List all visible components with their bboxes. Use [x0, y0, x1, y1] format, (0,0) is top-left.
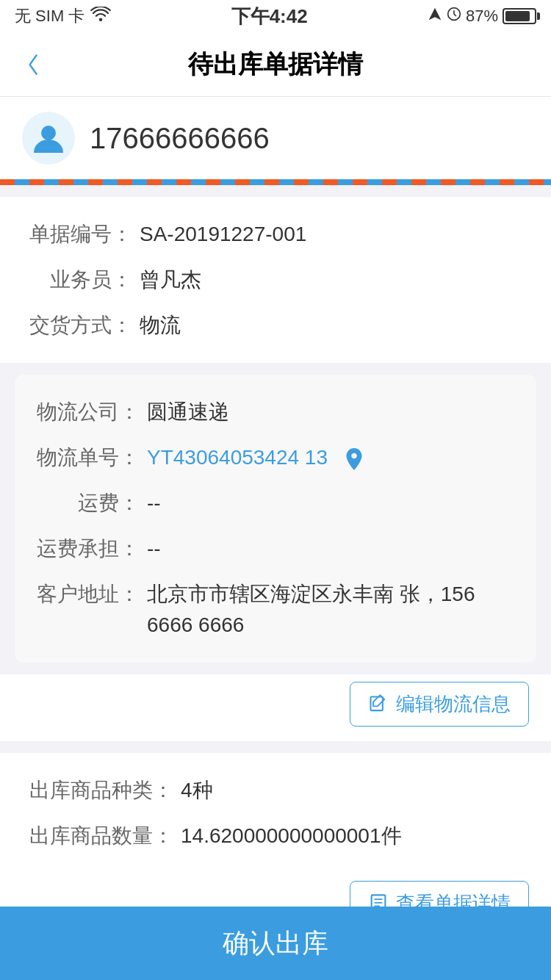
freight-bearer-label: 运费承担： [37, 533, 140, 564]
customer-header: 17666666666 [0, 97, 551, 179]
goods-quantity-label: 出库商品数量： [29, 821, 173, 851]
salesperson-label: 业务员： [29, 264, 132, 295]
carrier-text: 无 SIM 卡 [15, 5, 84, 27]
goods-section: 出库商品种类： 4种 出库商品数量： 14.620000000000001件 [0, 753, 551, 873]
freight-row: 运费： -- [37, 488, 514, 519]
logistics-card: 物流公司： 圆通速递 物流单号： YT43064053424 13 运费： --… [15, 375, 536, 663]
goods-types-label: 出库商品种类： [29, 775, 173, 806]
delivery-method-value: 物流 [140, 310, 522, 341]
clock-icon [447, 7, 461, 26]
order-no-value: SA-20191227-001 [140, 219, 522, 250]
edit-logistics-label: 编辑物流信息 [396, 691, 511, 717]
freight-label: 运费： [37, 488, 140, 519]
goods-quantity-row: 出库商品数量： 14.620000000000001件 [29, 821, 522, 851]
confirm-button[interactable]: 确认出库 [0, 907, 551, 980]
order-info-section: 单据编号： SA-20191227-001 业务员： 曾凡杰 交货方式： 物流 [0, 197, 551, 363]
status-bar: 无 SIM 卡 下午4:42 [0, 0, 551, 32]
customer-phone: 17666666666 [90, 122, 270, 155]
page-title: 待出库单据详情 [188, 48, 363, 82]
salesperson-value: 曾凡杰 [140, 264, 522, 295]
goods-quantity-value: 14.620000000000001件 [181, 821, 522, 851]
freight-value: -- [147, 488, 514, 519]
avatar [22, 112, 75, 165]
battery-icon [503, 8, 536, 24]
status-right: 87% [428, 7, 536, 26]
location-arrow-icon [428, 7, 442, 26]
battery-percentage: 87% [466, 7, 498, 26]
edit-logistics-button[interactable]: 编辑物流信息 [350, 682, 529, 727]
address-value: 北京市市辖区海淀区永丰南 张，156 6666 6666 [147, 579, 514, 641]
delivery-method-row: 交货方式： 物流 [29, 310, 522, 341]
logistics-company-row: 物流公司： 圆通速递 [37, 397, 514, 428]
dashed-divider [0, 179, 551, 185]
section-separator [0, 741, 551, 753]
status-left: 无 SIM 卡 [15, 5, 111, 27]
order-no-label: 单据编号： [29, 219, 132, 250]
salesperson-row: 业务员： 曾凡杰 [29, 264, 522, 295]
location-pin-icon[interactable] [341, 446, 367, 472]
confirm-button-label: 确认出库 [223, 926, 328, 962]
svg-point-1 [41, 126, 56, 140]
nav-bar: 待出库单据详情 [0, 32, 551, 97]
freight-bearer-row: 运费承担： -- [37, 533, 514, 564]
wifi-icon [90, 7, 111, 26]
status-time: 下午4:42 [231, 4, 308, 29]
freight-bearer-value: -- [147, 533, 514, 564]
back-button[interactable] [18, 48, 50, 81]
tracking-no-row: 物流单号： YT43064053424 13 [37, 442, 514, 473]
edit-logistics-section: 编辑物流信息 [0, 674, 551, 741]
tracking-no-value[interactable]: YT43064053424 13 [147, 442, 514, 473]
goods-types-row: 出库商品种类： 4种 [29, 775, 522, 806]
logistics-company-value: 圆通速递 [147, 397, 514, 428]
goods-types-value: 4种 [181, 775, 522, 806]
address-row: 客户地址： 北京市市辖区海淀区永丰南 张，156 6666 6666 [37, 579, 514, 641]
tracking-no-label: 物流单号： [37, 442, 140, 473]
delivery-method-label: 交货方式： [29, 310, 132, 341]
address-label: 客户地址： [37, 579, 140, 610]
order-no-row: 单据编号： SA-20191227-001 [29, 219, 522, 250]
logistics-company-label: 物流公司： [37, 397, 140, 428]
edit-icon [368, 694, 389, 715]
